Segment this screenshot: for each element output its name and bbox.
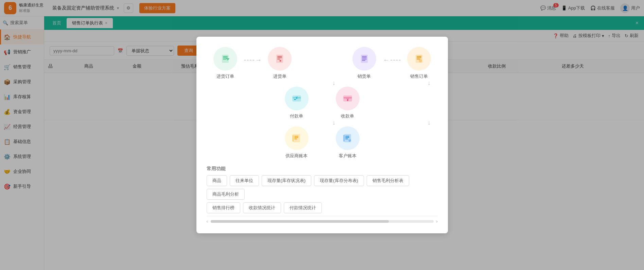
arrow-left-1: ← - - - - bbox=[383, 56, 400, 64]
receipt-circle: ¥ bbox=[336, 87, 360, 110]
flow-item-sales-order[interactable]: 销售订单 bbox=[407, 47, 431, 79]
func-btn-sales-profit[interactable]: 销售毛利分析表 bbox=[367, 175, 409, 186]
svg-rect-2 bbox=[223, 57, 228, 58]
bottom-arrows: ↓ ↓ bbox=[207, 119, 438, 126]
func-grid-2: 销售排行榜 收款情况统计 付款情况统计 bbox=[207, 202, 438, 213]
svg-text:✓: ✓ bbox=[348, 139, 351, 142]
svg-rect-8 bbox=[277, 59, 280, 59]
svg-rect-15 bbox=[417, 56, 421, 57]
svg-rect-33 bbox=[345, 136, 349, 137]
svg-rect-12 bbox=[362, 59, 367, 59]
flow-item-customer-ledger[interactable]: ✓ 客户账本 bbox=[336, 126, 360, 159]
func-grid: 商品 往来单位 现存量(库存状况表) 现存量(库存分布表) 销售毛利分析表 商品… bbox=[207, 175, 438, 200]
purchase-bill-circle bbox=[268, 47, 292, 71]
modal-scrollbar: ‹ › bbox=[207, 216, 438, 227]
payment-label: 付款单 bbox=[290, 113, 303, 119]
svg-rect-30 bbox=[294, 139, 297, 139]
flow-item-receipt[interactable]: ¥ 收款单 bbox=[336, 87, 360, 119]
func-btn-product-profit[interactable]: 商品毛利分析 bbox=[207, 189, 245, 200]
svg-rect-16 bbox=[417, 57, 421, 58]
customer-ledger-circle: ✓ bbox=[336, 126, 360, 150]
svg-rect-17 bbox=[417, 59, 420, 59]
func-btn-receipt-stat[interactable]: 收款情况统计 bbox=[243, 202, 281, 213]
svg-rect-3 bbox=[223, 59, 226, 59]
flow-item-sales-bill[interactable]: 销货单 bbox=[352, 47, 376, 79]
common-title: 常用功能 bbox=[207, 166, 438, 172]
func-btn-payment-stat[interactable]: 付款情况统计 bbox=[284, 202, 322, 213]
svg-rect-11 bbox=[362, 57, 367, 58]
svg-point-18 bbox=[419, 59, 422, 62]
svg-text:¥: ¥ bbox=[295, 96, 298, 100]
func-btn-sales-rank[interactable]: 销售排行榜 bbox=[207, 202, 240, 213]
scroll-left-arrow[interactable]: ‹ bbox=[207, 219, 208, 224]
svg-rect-10 bbox=[362, 56, 367, 57]
payment-circle: ¥ bbox=[285, 87, 309, 110]
svg-rect-1 bbox=[223, 56, 228, 57]
purchase-bill-label: 进货单 bbox=[273, 73, 286, 79]
modal-body: 进货订单 - - - - → bbox=[196, 37, 448, 233]
modal-overlay[interactable]: 进货订单 - - - - → bbox=[0, 0, 644, 270]
supplier-ledger-circle bbox=[285, 126, 309, 150]
flow-item-supplier-ledger[interactable]: 供应商账本 bbox=[285, 126, 309, 159]
svg-rect-29 bbox=[294, 137, 298, 138]
svg-rect-13 bbox=[362, 60, 365, 61]
scroll-right-arrow[interactable]: › bbox=[436, 219, 438, 224]
sales-bill-label: 销货单 bbox=[358, 73, 371, 79]
svg-rect-34 bbox=[345, 137, 349, 138]
purchase-order-label: 进货订单 bbox=[216, 73, 234, 79]
flow-modal: 进货订单 - - - - → bbox=[196, 37, 448, 233]
customer-ledger-label: 客户账本 bbox=[339, 153, 356, 159]
flow-item-purchase-bill[interactable]: 进货单 bbox=[268, 47, 292, 79]
arrow-right-1: - - - - → bbox=[244, 56, 261, 64]
middle-arrows: ↓ ↓ bbox=[207, 79, 438, 87]
svg-rect-27 bbox=[292, 135, 294, 142]
func-btn-counterpart[interactable]: 往来单位 bbox=[230, 175, 259, 186]
scrollbar-track[interactable] bbox=[211, 220, 434, 223]
common-functions: 常用功能 商品 往来单位 现存量(库存状况表) 现存量(库存分布表) 销售毛利分… bbox=[207, 166, 438, 213]
svg-rect-26 bbox=[293, 134, 300, 142]
svg-rect-7 bbox=[277, 57, 282, 58]
receipt-label: 收款单 bbox=[341, 113, 354, 119]
sales-order-circle bbox=[407, 47, 431, 71]
func-btn-product[interactable]: 商品 bbox=[207, 175, 227, 186]
supplier-ledger-label: 供应商账本 bbox=[285, 153, 308, 159]
svg-rect-35 bbox=[345, 139, 348, 139]
sales-bill-circle bbox=[352, 47, 376, 71]
flow-diagram: 进货订单 - - - - → bbox=[207, 47, 438, 159]
sales-order-label: 销售订单 bbox=[410, 73, 428, 79]
flow-item-payment[interactable]: ¥ 付款单 bbox=[285, 87, 309, 119]
func-btn-current-stock-dist[interactable]: 现存量(库存分布表) bbox=[314, 175, 364, 186]
svg-rect-28 bbox=[294, 136, 298, 137]
scrollbar-thumb bbox=[211, 220, 389, 223]
purchase-order-circle bbox=[213, 47, 237, 71]
flow-item-purchase-order[interactable]: 进货订单 bbox=[213, 47, 237, 79]
func-btn-current-stock-status[interactable]: 现存量(库存状况表) bbox=[262, 175, 312, 186]
svg-text:¥: ¥ bbox=[346, 98, 349, 102]
svg-rect-32 bbox=[343, 135, 345, 142]
svg-rect-6 bbox=[277, 56, 282, 57]
